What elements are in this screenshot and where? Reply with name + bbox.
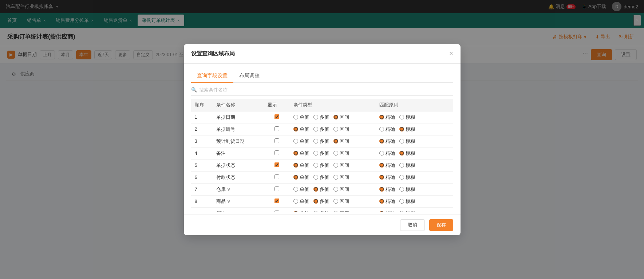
- tab-query-fields[interactable]: 查询字段设置: [191, 70, 233, 83]
- dialog-header: 设置查询区域布局 ×: [184, 44, 461, 64]
- tab-layout-adjust[interactable]: 布局调整: [233, 70, 265, 83]
- dialog-overlay: 设置查询区域布局 × 查询字段设置 布局调整 🔍 顺序: [0, 0, 644, 85]
- dialog-tabs: 查询字段设置 布局调整: [191, 70, 453, 83]
- settings-dialog: 设置查询区域布局 × 查询字段设置 布局调整 🔍 顺序: [184, 44, 461, 85]
- dialog-close-button[interactable]: ×: [449, 50, 453, 58]
- dialog-title: 设置查询区域布局: [191, 50, 235, 57]
- dialog-body: 查询字段设置 布局调整 🔍 顺序 条件名称 显示 条件类型: [184, 64, 461, 85]
